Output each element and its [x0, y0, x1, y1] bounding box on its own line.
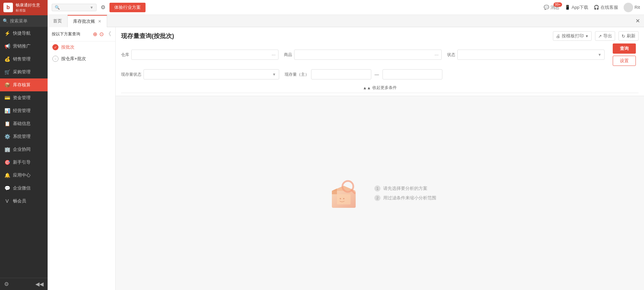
status-label: 状态 — [447, 52, 455, 58]
inventory-status-select[interactable]: ▼ — [143, 69, 279, 79]
product-input[interactable]: ··· — [294, 50, 441, 60]
query-btn-area: 查询 设置 — [610, 43, 639, 66]
sidebar-item-finance[interactable]: 💳 资金管理 — [0, 91, 48, 104]
sidebar-item-basic[interactable]: 📋 基础信息 — [0, 117, 48, 130]
sidebar-item-apps[interactable]: 🔔 应用中心 — [0, 169, 48, 182]
status-select[interactable]: ▼ — [457, 50, 605, 60]
sidebar-search-label: 搜索菜单 — [10, 18, 28, 24]
sidebar-item-label: 基础信息 — [13, 121, 31, 127]
tab-home[interactable]: 首页 — [48, 15, 68, 27]
warehouse-filter: 仓库 ··· — [121, 50, 278, 60]
sidebar-item-purchase[interactable]: 🛒 采购管理 — [0, 66, 48, 78]
sidebar-header: b 畅康通好生意 标准版 — [0, 0, 48, 15]
enterprise-icon: 🏢 — [4, 146, 10, 152]
operation-icon: 📊 — [4, 108, 10, 114]
sidebar-item-label: 经营管理 — [13, 108, 31, 114]
plan-item-by-batch[interactable]: ✓ 按批次 — [48, 41, 115, 53]
plan-item-by-warehouse-batch[interactable]: ○ 按仓库+批次 — [48, 53, 115, 65]
empty-illustration — [323, 172, 364, 214]
by-warehouse-batch-label: 按仓库+批次 — [61, 56, 86, 62]
guide-icon: 🎯 — [4, 159, 10, 165]
tabbar: 首页 库存批次账 ✕ ✕ — [48, 15, 644, 27]
collapse-left-panel-icon[interactable]: 《 — [106, 31, 111, 38]
online-service-btn[interactable]: 🎧 在线客服 — [594, 4, 618, 11]
inventory-qty-to[interactable] — [383, 69, 443, 79]
filter-row-2: 现存量状态 ▼ 现存量（主） — — [121, 69, 639, 79]
members-icon: V — [4, 198, 10, 204]
sidebar-search[interactable]: 🔍 搜索菜单 — [0, 15, 48, 27]
sidebar-item-wechat[interactable]: 💬 企业微信 — [0, 182, 48, 195]
settings-footer-icon[interactable]: ⚙ — [4, 281, 9, 287]
tab-inventory-batch-label: 库存批次账 — [73, 18, 95, 24]
by-batch-icon: ✓ — [52, 44, 58, 50]
product-dots-icon: ··· — [435, 52, 439, 57]
page-header-actions: 🖨 按模板打印 ▼ ↗ 导出 ↻ 刷新 — [553, 31, 639, 41]
sidebar-item-shortcuts[interactable]: ⚡ 快捷导航 — [0, 27, 48, 40]
warehouse-input[interactable]: ··· — [131, 50, 278, 60]
sidebar-item-guide[interactable]: 🎯 新手引导 — [0, 156, 48, 169]
sidebar-item-marketing[interactable]: 📢 营销推广 — [0, 40, 48, 53]
sidebar-item-operation[interactable]: 📊 经营管理 — [0, 104, 48, 117]
sidebar-item-label: 采购管理 — [13, 69, 31, 75]
sidebar-item-sales[interactable]: 💰 销售管理 — [0, 53, 48, 66]
refresh-btn[interactable]: ↻ 刷新 — [618, 31, 639, 41]
add-plan-icon[interactable]: ⊕ — [93, 31, 97, 37]
left-panel-header: 按以下方案查询 ⊕ ⊙ 《 — [48, 27, 115, 41]
right-panel: 现存量查询(按批次) 🖨 按模板打印 ▼ ↗ 导出 ↻ — [116, 27, 644, 290]
finance-icon: 💳 — [4, 95, 10, 101]
sidebar-item-label: 库存核算 — [13, 82, 31, 88]
company-info: 畅康通好生意 标准版 — [16, 3, 40, 13]
product-label: 商品 — [284, 52, 292, 58]
tip-num-1: 1 — [374, 185, 380, 192]
topbar-search-box[interactable]: 🔍 ▼ — [52, 4, 97, 11]
sidebar-item-members[interactable]: V 畅会员 — [0, 195, 48, 207]
export-btn[interactable]: ↗ 导出 — [595, 31, 615, 41]
settings-btn[interactable]: 设置 — [613, 56, 636, 66]
sidebar-item-system[interactable]: ⚙️ 系统管理 — [0, 130, 48, 143]
sales-icon: 💰 — [4, 56, 10, 62]
empty-tip-2: 2 用过滤条件来缩小分析范围 — [374, 195, 436, 201]
search-icon: 🔍 — [3, 18, 8, 23]
collapse-filters-label: 收起更多条件 — [372, 85, 397, 91]
sidebar-item-inventory[interactable]: 📦 库存核算 — [0, 78, 48, 91]
svg-point-7 — [343, 198, 344, 199]
shortcuts-icon: ⚡ — [4, 30, 10, 36]
collapse-up-icon: ▲▲ — [363, 86, 371, 90]
topbar: 🔍 ▼ ⚙ 体验行业方案 💬 消息 99+ 📱 App下载 🎧 在线客服 R — [48, 0, 644, 15]
inventory-qty-from[interactable] — [311, 69, 371, 79]
by-batch-label: 按批次 — [61, 44, 74, 50]
phone-icon: 📱 — [565, 5, 570, 10]
inventory-status-label: 现存量状态 — [121, 72, 141, 77]
sidebar-item-label: 企业协同 — [13, 146, 31, 152]
collapse-sidebar-icon[interactable]: ◀◀ — [35, 281, 44, 287]
topbar-search-dropdown[interactable]: ▼ — [90, 5, 94, 10]
marketing-icon: 📢 — [4, 43, 10, 49]
avatar — [624, 3, 633, 12]
collapse-filters-btn[interactable]: ▲▲ 收起更多条件 — [121, 83, 639, 93]
app-download-btn[interactable]: 📱 App下载 — [565, 4, 588, 11]
print-btn[interactable]: 🖨 按模板打印 ▼ — [553, 31, 592, 41]
topbar-search-input[interactable] — [61, 5, 88, 10]
tab-close-icon[interactable]: ✕ — [98, 19, 101, 24]
sidebar-item-label: 新手引导 — [13, 159, 31, 165]
settings-plan-icon[interactable]: ⊙ — [99, 31, 104, 37]
page-header-top: 现存量查询(按批次) 🖨 按模板打印 ▼ ↗ 导出 ↻ — [121, 31, 639, 41]
tab-panel-close-icon[interactable]: ✕ — [631, 18, 644, 24]
left-panel: 按以下方案查询 ⊕ ⊙ 《 ✓ 按批次 ○ 按仓库+批次 — [48, 27, 116, 290]
trial-btn[interactable]: 体验行业方案 — [109, 3, 146, 12]
sidebar-item-label: 销售管理 — [13, 56, 31, 62]
apps-icon: 🔔 — [4, 172, 10, 178]
filter-area: 仓库 ··· 商品 ··· — [121, 43, 639, 93]
query-btn[interactable]: 查询 — [613, 43, 636, 54]
company-name: 畅康通好生意 — [16, 3, 40, 8]
topbar-settings-icon[interactable]: ⚙ — [99, 3, 107, 12]
tab-inventory-batch[interactable]: 库存批次账 ✕ — [68, 15, 107, 27]
headset-icon: 🎧 — [594, 5, 599, 10]
messages-btn[interactable]: 💬 消息 99+ — [544, 4, 559, 11]
sidebar-item-enterprise[interactable]: 🏢 企业协同 — [0, 143, 48, 156]
inventory-icon: 📦 — [4, 82, 10, 88]
user-info[interactable]: Rit — [624, 3, 640, 12]
wechat-icon: 💬 — [4, 185, 10, 191]
page-header: 现存量查询(按批次) 🖨 按模板打印 ▼ ↗ 导出 ↻ — [116, 27, 644, 96]
purchase-icon: 🛒 — [4, 69, 10, 75]
